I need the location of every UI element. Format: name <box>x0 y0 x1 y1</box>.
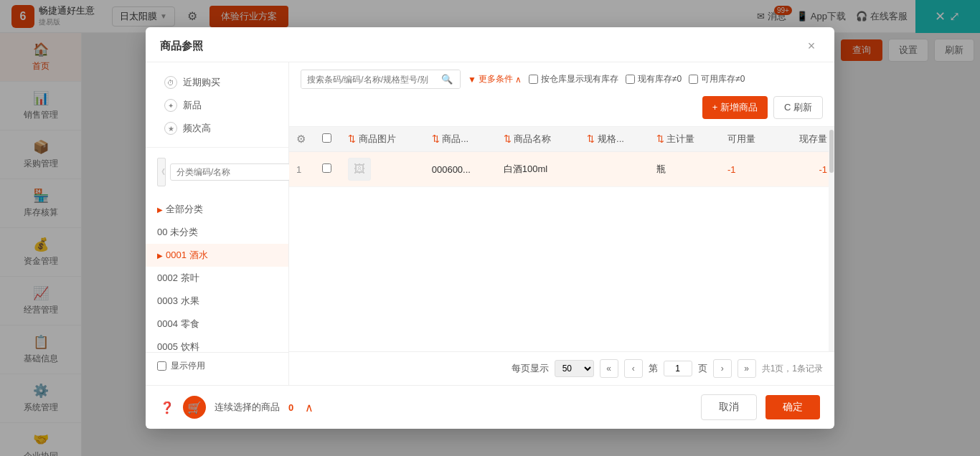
col-image-header[interactable]: ⇅ 商品图片 <box>341 127 425 152</box>
cat-all[interactable]: ▶ 全部分类 <box>146 198 288 221</box>
nonzero-stock-filter[interactable]: 现有库存≠0 <box>626 73 682 85</box>
row-spec <box>580 152 649 187</box>
col-spec-header[interactable]: ⇅ 规格... <box>580 127 649 152</box>
cat-alcohol[interactable]: ▶ 0001 酒水 <box>146 244 288 267</box>
arrow-active-icon: ▶ <box>157 252 163 260</box>
prev-page-button[interactable]: ‹ <box>624 359 643 378</box>
cat-drinks[interactable]: 0005 饮料 <box>146 336 288 352</box>
col-name-header[interactable]: ⇅ 商品名称 <box>496 127 580 152</box>
new-product-item[interactable]: ✦ 新品 <box>157 94 277 117</box>
show-disabled[interactable]: 显示停用 <box>146 352 288 379</box>
cat-fruit[interactable]: 0003 水果 <box>146 290 288 313</box>
filter-collapse-icon: ∧ <box>515 75 522 85</box>
sort-icon-spec: ⇅ <box>587 133 595 144</box>
product-table-container: ⚙ ⇅ 商品图片 ⇅ 商品... <box>289 127 834 351</box>
category-list: ▶ 全部分类 00 未分类 ▶ 0001 酒水 0002 茶叶 0003 水果 <box>146 195 288 352</box>
filter-more-btn[interactable]: ▼ 更多条件 ∧ <box>468 73 522 85</box>
divider <box>146 147 288 148</box>
row-code: 000600... <box>425 152 496 187</box>
modal-footer: ❓ 🛒 连续选择的商品 0 ∧ 取消 确定 <box>146 385 834 429</box>
row-available: -1 <box>720 152 778 187</box>
next-page-button[interactable]: › <box>713 359 732 378</box>
frequent-item[interactable]: ★ 频次高 <box>157 117 277 140</box>
column-settings-icon[interactable]: ⚙ <box>296 133 306 145</box>
help-icon[interactable]: ❓ <box>160 401 174 414</box>
product-search-box: 🔍 <box>301 70 461 89</box>
first-page-button[interactable]: « <box>600 359 618 378</box>
recent-purchase-item[interactable]: ⏱ 近期购买 <box>157 71 277 94</box>
row-select-checkbox[interactable] <box>322 163 331 173</box>
confirm-button[interactable]: 确定 <box>765 395 820 419</box>
product-search-icon[interactable]: 🔍 <box>434 70 460 88</box>
warehouse-stock-checkbox[interactable] <box>529 75 538 84</box>
cart-button[interactable]: 🛒 <box>183 396 206 419</box>
scroll-thumb <box>829 130 834 173</box>
col-checkbox[interactable] <box>315 127 341 152</box>
filter-bar: 🔍 ▼ 更多条件 ∧ 按仓库显示现有库存 现有库存≠0 可用库存≠0 <box>289 62 834 127</box>
modal-title: 商品参照 <box>160 39 203 53</box>
right-panel: 🔍 ▼ 更多条件 ∧ 按仓库显示现有库存 现有库存≠0 可用库存≠0 <box>289 62 834 385</box>
pagination-bar: 每页显示 50 100 200 « ‹ 第 页 › » 共1页，1条记录 <box>289 351 834 385</box>
new-icon: ✦ <box>164 99 177 112</box>
page-info: 共1页，1条记录 <box>762 363 823 375</box>
row-image: 🖼 <box>341 152 425 187</box>
left-panel: ⏱ 近期购买 ✦ 新品 ★ 频次高 《 🔍 <box>146 62 289 385</box>
row-unit: 瓶 <box>649 152 720 187</box>
product-thumbnail: 🖼 <box>348 158 371 181</box>
product-search-input[interactable] <box>301 71 434 88</box>
col-available-header[interactable]: 可用量 <box>720 127 778 152</box>
sort-icon-code: ⇅ <box>432 133 440 144</box>
sort-icon-unit: ⇅ <box>656 133 664 144</box>
selected-count: 0 <box>288 402 293 413</box>
table-refresh-button[interactable]: C 刷新 <box>773 96 823 119</box>
available-stock-checkbox[interactable] <box>689 75 698 84</box>
product-reference-modal: 商品参照 × ⏱ 近期购买 ✦ 新品 ★ 频次高 《 <box>146 27 834 429</box>
col-settings[interactable]: ⚙ <box>289 127 315 152</box>
filter-icon: ▼ <box>468 75 476 85</box>
clock-icon: ⏱ <box>164 76 177 89</box>
modal-body: ⏱ 近期购买 ✦ 新品 ★ 频次高 《 🔍 <box>146 62 834 385</box>
col-unit-header[interactable]: ⇅ 主计量 <box>649 127 720 152</box>
modal-header: 商品参照 × <box>146 27 834 62</box>
select-all-checkbox[interactable] <box>322 133 331 143</box>
category-search: 🔍 <box>166 161 310 184</box>
category-search-input[interactable] <box>170 163 291 181</box>
row-name: 白酒100ml <box>496 152 580 187</box>
col-stock-header[interactable]: 现存量 <box>777 127 834 152</box>
cat-snacks[interactable]: 0004 零食 <box>146 313 288 336</box>
filter-actions: + 新增商品 C 刷新 <box>702 96 823 119</box>
row-checkbox[interactable] <box>315 152 341 187</box>
collapse-button[interactable]: 《 <box>157 158 166 186</box>
footer-collapse-icon[interactable]: ∧ <box>305 401 314 414</box>
arrow-icon: ▶ <box>157 206 163 214</box>
scrollbar[interactable] <box>829 127 834 351</box>
sort-icon-name: ⇅ <box>504 133 512 144</box>
show-disabled-checkbox[interactable] <box>157 361 166 371</box>
image-placeholder-icon: 🖼 <box>354 163 365 176</box>
available-stock-filter[interactable]: 可用库存≠0 <box>689 73 745 85</box>
star-icon: ★ <box>164 122 177 135</box>
sort-icon: ⇅ <box>348 133 356 144</box>
table-row[interactable]: 1 🖼 000600... 白酒100ml <box>289 152 834 187</box>
warehouse-stock-filter[interactable]: 按仓库显示现有库存 <box>529 73 618 85</box>
nonzero-stock-checkbox[interactable] <box>626 75 635 84</box>
row-stock: -1 <box>777 152 834 187</box>
last-page-button[interactable]: » <box>738 359 756 378</box>
per-page-select[interactable]: 50 100 200 <box>555 360 594 377</box>
product-table: ⚙ ⇅ 商品图片 ⇅ 商品... <box>289 127 834 187</box>
quick-access: ⏱ 近期购买 ✦ 新品 ★ 频次高 <box>146 68 288 143</box>
page-number-input[interactable] <box>664 361 692 376</box>
cat-uncategorized[interactable]: 00 未分类 <box>146 221 288 244</box>
row-num: 1 <box>289 152 315 187</box>
add-product-button[interactable]: + 新增商品 <box>702 96 768 119</box>
col-code-header[interactable]: ⇅ 商品... <box>425 127 496 152</box>
cancel-button[interactable]: 取消 <box>701 394 757 420</box>
modal-close-button[interactable]: × <box>803 37 820 54</box>
cat-tea[interactable]: 0002 茶叶 <box>146 267 288 290</box>
